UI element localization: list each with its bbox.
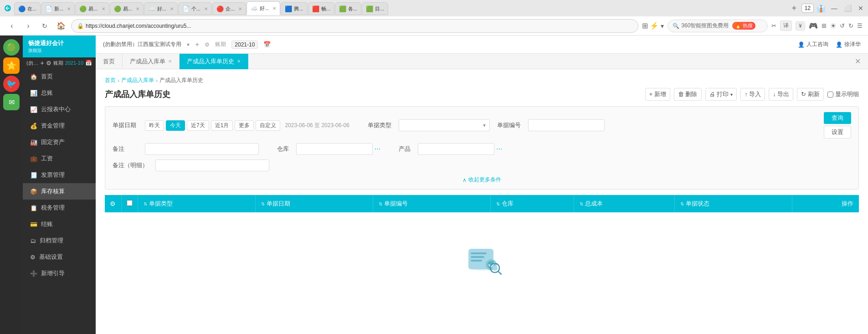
scissors-icon[interactable]: ✂ [771, 22, 776, 29]
nav-item-basic[interactable]: ⚙ 基础设置 [23, 249, 96, 265]
col-doc-type[interactable]: ⇅ 单据类型 [138, 195, 255, 212]
tab-12[interactable]: 🟩 目... [362, 2, 388, 15]
yuan-icon[interactable]: ¥ [796, 21, 805, 31]
nav-item-newmore[interactable]: ➕ 新增引导 [23, 265, 96, 282]
customer-service-btn[interactable]: 👤 人工咨询 [798, 41, 828, 48]
grid-icon[interactable]: ⊞ [642, 21, 648, 30]
tab-6[interactable]: 📄 个... ✕ [178, 2, 212, 15]
tab-7-close[interactable]: ✕ [238, 6, 242, 11]
nav-item-inventory[interactable]: 📦 库存核算 [23, 183, 96, 200]
note-detail-input[interactable] [155, 159, 269, 171]
new-tab-button[interactable]: + [788, 2, 801, 15]
collapse-btn[interactable]: ∧ 收起更多条件 [113, 176, 851, 184]
tab-9[interactable]: 🟦 腾... [281, 2, 307, 15]
tab-2-close[interactable]: ✕ [67, 6, 71, 11]
date-custom-btn[interactable]: 自定义 [256, 120, 280, 131]
dropdown-arrow[interactable]: ▾ [661, 22, 664, 30]
forward-button[interactable]: › [22, 20, 35, 32]
game-icon[interactable]: 🎮 [809, 21, 818, 30]
breadcrumb-list[interactable]: 产成品入库单 [121, 77, 154, 84]
date-7days-btn[interactable]: 近7天 [187, 120, 209, 131]
company-settings-icon[interactable]: ⚙ [205, 41, 210, 48]
tab-history-close-icon[interactable]: ✕ [237, 59, 241, 64]
app-mail-icon[interactable]: ✉ [3, 94, 20, 110]
home-nav-button[interactable]: 🏠 [55, 20, 67, 32]
settings-icon[interactable]: ⚙ [46, 60, 51, 67]
calendar-icon[interactable]: 📅 [85, 60, 92, 66]
theme-icon[interactable]: ☀ [830, 22, 836, 30]
translate-icon[interactable]: 译 [780, 21, 792, 31]
settings-filter-button[interactable]: 设置 [824, 126, 851, 139]
close-button[interactable]: ✕ [855, 4, 866, 13]
col-doc-status[interactable]: ⇅ 单据状态 [674, 195, 792, 212]
nav-item-tax[interactable]: 📋 税务管理 [23, 200, 96, 216]
tab-8-close[interactable]: ✕ [272, 6, 276, 11]
page-tab-history[interactable]: 产成品入库单历史 ✕ [180, 54, 248, 69]
note-input[interactable] [145, 143, 259, 155]
tab-10[interactable]: 🟥 畅... [308, 2, 334, 15]
tab-count-badge[interactable]: 12 [801, 4, 814, 13]
doc-type-select[interactable]: ▾ [399, 119, 490, 131]
print-dropdown-icon[interactable]: ▾ [730, 92, 733, 97]
bolt-icon[interactable]: ⚡ [650, 21, 659, 30]
add-company-icon[interactable]: + [195, 41, 199, 49]
browser-search-bar[interactable]: 🔍 360智能抠图免费用 🔥 热搜 [668, 20, 768, 32]
nav-item-salary[interactable]: 💼 工资 [23, 150, 96, 167]
tab-1[interactable]: 🔵 在... [14, 2, 41, 15]
tab-2[interactable]: 📄 新... ✕ [41, 2, 75, 15]
app-weibo-icon[interactable]: 🐦 [3, 76, 20, 92]
company-dropdown-icon[interactable]: ▾ [187, 41, 190, 48]
col-checkbox[interactable] [121, 195, 138, 212]
grid2-icon[interactable]: ⊞ [822, 22, 827, 29]
nav-item-checkout[interactable]: 💳 结账 [23, 216, 96, 232]
query-button[interactable]: 查询 [824, 112, 851, 124]
nav-item-invoice[interactable]: 🧾 发票管理 [23, 167, 96, 183]
tab-8[interactable]: ☁️ 好... ✕ [247, 1, 280, 15]
restore-button[interactable]: ⬜ [841, 4, 854, 13]
tab-7[interactable]: 🔴 企... ✕ [212, 2, 246, 15]
export-button[interactable]: ↓ 导出 [769, 88, 793, 101]
nav-item-funds[interactable]: 💰 资金管理 [23, 118, 96, 134]
print-button[interactable]: 🖨 打印 ▾ [705, 88, 737, 101]
app-star-icon[interactable]: ⭐ [3, 57, 20, 74]
breadcrumb-home[interactable]: 首页 [105, 77, 116, 84]
col-warehouse[interactable]: ⇅ 仓库 [491, 195, 574, 212]
date-yesterday-btn[interactable]: 昨天 [145, 120, 164, 131]
date-today-btn[interactable]: 今天 [166, 120, 185, 131]
app-360-icon[interactable]: 🟢 [3, 39, 20, 56]
tab-list-close-icon[interactable]: ✕ [168, 59, 172, 64]
page-tab-close-btn[interactable]: ✕ [855, 57, 861, 66]
doc-no-input[interactable] [528, 119, 605, 131]
select-all-checkbox[interactable] [127, 200, 133, 206]
product-more-icon[interactable]: ··· [496, 145, 502, 153]
redo-icon[interactable]: ↻ [848, 22, 853, 29]
date-1month-btn[interactable]: 近1月 [211, 120, 233, 131]
tab-5-close[interactable]: ✕ [170, 6, 174, 11]
tab-4-close[interactable]: ✕ [136, 6, 139, 11]
back-button[interactable]: ‹ [5, 20, 18, 32]
col-doc-no[interactable]: ⇅ 单据编号 [373, 195, 491, 212]
col-doc-date[interactable]: ⇅ 单据日期 [255, 195, 373, 212]
tab-5[interactable]: ☁️ 好... ✕ [144, 2, 178, 15]
plus-icon[interactable]: + [40, 59, 44, 67]
new-button[interactable]: + 新增 [645, 88, 670, 101]
tab-6-close[interactable]: ✕ [204, 6, 208, 11]
tab-3-close[interactable]: ✕ [102, 6, 105, 11]
tab-4[interactable]: 🟢 易... ✕ [110, 2, 144, 15]
product-input[interactable] [418, 143, 494, 155]
tab-3[interactable]: 🟢 易... ✕ [75, 2, 109, 15]
nav-item-general[interactable]: 📊 总账 [23, 85, 96, 101]
show-detail-checkbox[interactable] [827, 92, 833, 98]
refresh-button[interactable]: ↻ 刷新 [797, 88, 824, 101]
menu-icon[interactable]: ☰ [857, 22, 863, 29]
page-tab-home[interactable]: 首页 [96, 54, 123, 69]
nav-item-fixed[interactable]: 🏭 固定资产 [23, 134, 96, 150]
nav-item-archive[interactable]: 🗂 归档管理 [23, 232, 96, 249]
url-bar[interactable]: 🔒 https://cloud.chanjet.com/accounting/u… [71, 19, 638, 33]
col-gear[interactable]: ⚙ [105, 195, 121, 212]
tab-11[interactable]: 🟩 各... [335, 2, 361, 15]
refresh-nav-button[interactable]: ↻ [38, 20, 51, 32]
tab-back[interactable] [2, 2, 14, 14]
warehouse-more-icon[interactable]: ··· [375, 145, 380, 153]
period-calendar-icon[interactable]: 📅 [263, 41, 271, 48]
